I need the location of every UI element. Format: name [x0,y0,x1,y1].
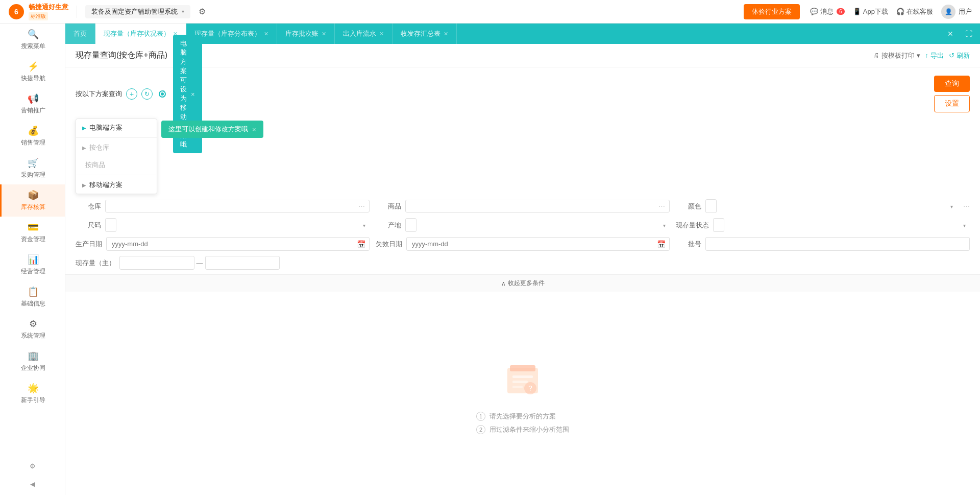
sidebar-icon-newbie: 🌟 [28,383,39,394]
sidebar-item-sales[interactable]: 💰 销售管理 [0,120,65,152]
expire-date-from-input[interactable] [406,237,670,251]
scheme-expand-icon: ▶ [82,125,86,131]
size-select[interactable] [105,218,116,232]
tab-close-inout-flow[interactable]: ✕ [379,31,384,37]
collapse-filters-button[interactable]: ∧ 收起更多条件 [65,274,980,292]
empty-illustration: ? [497,352,548,404]
batch-input[interactable] [705,237,970,251]
filter-field-size: 尺码 [76,218,370,232]
sidebar-label-system: 系统管理 [21,332,45,340]
scheme-pc[interactable]: ▶ 电脑端方案 [76,119,157,136]
sidebar-item-basic-info[interactable]: 📋 基础信息 [0,281,65,313]
system-dropdown-arrow: ▾ [182,9,184,14]
main-area: 🔍 搜索菜单 ⚡ 快捷导航 📢 营销推广 💰 销售管理 🛒 采购管理 📦 库存核… [0,23,980,495]
stock-qty-from-input[interactable] [119,256,194,270]
notification-icon: 💬 [810,8,818,15]
sidebar-item-operations[interactable]: 📊 经营管理 [0,249,65,281]
sidebar-item-newbie[interactable]: 🌟 新手引导 [0,378,65,410]
sidebar-icon-search: 🔍 [28,29,39,40]
user-area[interactable]: 👤 用户 [941,5,972,19]
color-more-icon[interactable]: ⋯ [963,202,970,210]
tab-close-icon[interactable]: ✕ [943,27,958,41]
export-button[interactable]: ↑ 导出 [925,51,944,60]
tab-maximize-icon[interactable]: ⛶ [962,27,976,41]
stock-qty-to-input[interactable] [205,256,280,270]
warehouse-more-icon[interactable]: ⋯ [358,202,365,210]
sidebar-item-system[interactable]: ⚙ 系统管理 [0,313,65,345]
avatar: 👤 [941,5,955,19]
sidebar-icon-marketing: 📢 [28,93,39,104]
color-select[interactable] [705,199,717,213]
sidebar-collapse-btn[interactable]: ◀ [4,477,61,491]
sidebar-icon-basic-info: 📋 [28,286,39,297]
logo-icon: 6 [8,4,24,20]
collapse-icon: ∧ [501,280,506,287]
prod-date-from-input[interactable] [106,237,370,251]
sidebar-icon-finance: 💳 [28,222,39,233]
tab-recv-summary[interactable]: 收发存汇总表✕ [393,23,457,44]
online-service-item[interactable]: 🎧 在线客服 [896,7,933,16]
sidebar-item-inventory[interactable]: 📦 库存核算 [0,184,65,217]
top-bar: 6 畅捷通好生意 标准版 装备及固定资产辅助管理系统 ▾ ⚙ 体验行业方案 💬 … [0,0,980,23]
tab-label-inventory-dist: 现存量（库存分布表） [194,29,261,38]
scheme-mobile[interactable]: ▶ 移动端方案 [76,176,157,194]
scheme-item-1[interactable]: ▶ 按仓库 [76,139,157,156]
expire-date-cal-icon[interactable]: 📅 [657,240,666,248]
tab-inout-flow[interactable]: 出入库流水✕ [335,23,393,44]
origin-select[interactable] [405,218,416,232]
svg-text:?: ? [528,384,532,392]
sidebar-label-sales: 销售管理 [21,138,45,147]
app-download-item[interactable]: 📱 App下载 [853,7,888,16]
prod-date-cal-icon[interactable]: 📅 [357,240,365,248]
sidebar-icon-operations: 📊 [28,254,39,265]
scheme-dropdown: ▶ 电脑端方案 ▶ 按仓库 按商品 [76,119,157,194]
system-selector[interactable]: 装备及固定资产辅助管理系统 ▾ [85,5,190,18]
tooltip2-close[interactable]: × [252,126,256,133]
sidebar-item-marketing[interactable]: 📢 营销推广 [0,88,65,120]
filter-add-button[interactable]: + [126,88,137,100]
settings-icon[interactable]: ⚙ [199,7,206,16]
sidebar-item-search[interactable]: 🔍 搜索菜单 [0,23,65,56]
stock-status-select[interactable] [713,218,724,232]
filter-row-3: 生产日期 📅 失效日期 📅 [76,237,970,251]
sidebar-item-finance[interactable]: 💳 资金管理 [0,217,65,249]
sidebar-item-quick-nav[interactable]: ⚡ 快捷导航 [0,56,65,88]
trial-button[interactable]: 体验行业方案 [744,4,800,19]
logo-area: 6 畅捷通好生意 标准版 装备及固定资产辅助管理系统 ▾ ⚙ [8,3,206,20]
tab-close-recv-summary[interactable]: ✕ [444,31,448,37]
sidebar-settings-btn[interactable]: ⚙ [4,459,61,473]
tab-bar-actions: ✕ ⛶ [943,27,980,41]
sidebar-icon-sales: 💰 [28,125,39,136]
filter-field-stock-status: 现存量状态 [676,218,970,232]
refresh-icon: ↺ [949,52,954,59]
refresh-button[interactable]: ↺ 刷新 [949,51,970,60]
sidebar-label-quick-nav: 快捷导航 [21,74,45,83]
tooltip-scheme-create: 这里可以创建和修改方案哦 × [161,121,263,138]
tab-home[interactable]: 首页 [65,23,95,44]
page-actions: 🖨 按模板打印 ▾ ↑ 导出 ↺ 刷新 [873,51,970,60]
tab-batch-ledger[interactable]: 库存批次账✕ [277,23,335,44]
tab-label-home: 首页 [74,29,87,38]
tab-close-batch-ledger[interactable]: ✕ [322,31,326,37]
setup-button[interactable]: 设置 [934,95,970,112]
query-button[interactable]: 查询 [934,76,970,92]
scheme-pc-label: 电脑端方案 [89,123,122,132]
app-download-label: App下载 [863,7,888,16]
system-name: 装备及固定资产辅助管理系统 [91,7,178,16]
scheme-item-2[interactable]: 按商品 [76,156,157,174]
filter-cycle-button[interactable]: ↻ [141,88,153,100]
filter-area: 按以下方案查询 + ↻ 《 电脑方案可设为移动方案哦 × 查询 [65,67,980,274]
sidebar-item-purchase[interactable]: 🛒 采购管理 [0,152,65,184]
stock-qty-range: — [119,256,280,270]
sidebar-item-enterprise[interactable]: 🏢 企业协同 [0,345,65,378]
logo-text: 畅捷通好生意 标准版 [29,3,68,20]
query-actions: 查询 设置 [934,76,970,112]
svg-rect-3 [510,365,535,371]
tooltip1-close[interactable]: × [191,90,195,98]
print-button[interactable]: 🖨 按模板打印 ▾ [873,51,920,60]
tip-num-1: 1 [476,412,485,421]
tab-close-inventory-dist[interactable]: ✕ [264,31,268,37]
filter-field-color: 颜色 ⋯ [676,199,970,213]
notification-item[interactable]: 💬 消息 6 [810,7,845,16]
goods-more-icon[interactable]: ⋯ [658,202,665,210]
